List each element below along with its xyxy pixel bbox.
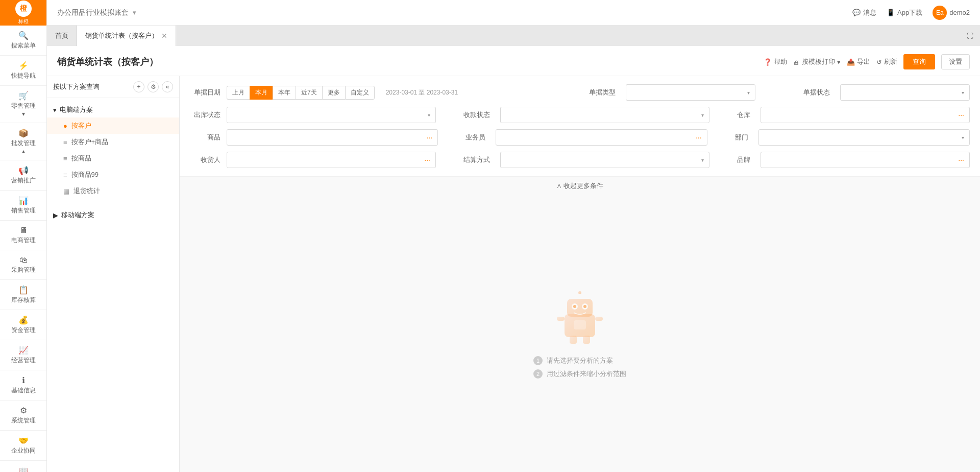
- sidebar-item-search-menu[interactable]: 🔍 搜索菜单: [0, 26, 46, 56]
- last-7-days-button[interactable]: 近7天: [296, 86, 322, 100]
- data-area: 1 请先选择要分析的方案 2 用过滤条件来缩小分析范围: [180, 195, 980, 472]
- settlement-control[interactable]: ▾: [500, 152, 709, 168]
- sidebar-item-purchase-mgmt[interactable]: 🛍 采购管理: [0, 250, 46, 280]
- product-dots-icon[interactable]: ···: [427, 133, 433, 141]
- finance-icon: 💰: [3, 315, 44, 325]
- sidebar-item-wholesale-mgmt[interactable]: 📦 批发管理 ▴: [0, 123, 46, 160]
- template-print-button[interactable]: 🖨 按模板打印 ▾: [793, 57, 841, 66]
- warehouse-dots-icon[interactable]: ···: [958, 111, 964, 119]
- tab-close-icon[interactable]: ✕: [161, 32, 167, 40]
- print-icon: 🖨: [793, 58, 800, 66]
- refresh-button[interactable]: ↺ 刷新: [876, 57, 897, 66]
- avatar-text: Ea: [936, 9, 944, 16]
- brand-control[interactable]: ···: [761, 152, 970, 168]
- scheme-item-by-customer[interactable]: ● 按客户: [47, 117, 179, 134]
- hint-1-text: 请先选择要分析的方案: [547, 356, 613, 365]
- sidebar-item-label: 企业协同: [3, 446, 44, 455]
- inventory-icon: 📋: [3, 285, 44, 295]
- sidebar-item-sales-mgmt[interactable]: 📊 销售管理: [0, 191, 46, 221]
- scheme-item-by-customer-product[interactable]: ≡ 按客户+商品: [47, 134, 179, 150]
- out-status-control[interactable]: ▾: [227, 107, 436, 123]
- empty-illustration: 1 请先选择要分析的方案 2 用过滤条件来缩小分析范围: [533, 289, 626, 379]
- filter-row-2: 出库状态 ▾ 收款状态 ▾ 仓库: [190, 107, 970, 123]
- scheme-section-desktop-title[interactable]: ▾ 电脑端方案: [47, 102, 179, 117]
- tab-expand-button[interactable]: ⛶: [960, 26, 980, 46]
- message-button[interactable]: 💬 消息: [852, 8, 876, 17]
- last-month-button[interactable]: 上月: [227, 86, 250, 100]
- settings-button[interactable]: 设置: [941, 54, 970, 69]
- list-icon: ≡: [63, 138, 67, 146]
- receipt-status-control[interactable]: ▾: [500, 107, 709, 123]
- help-button[interactable]: ❓ 帮助: [764, 57, 787, 66]
- scheme-section-mobile-title[interactable]: ▶ 移动端方案: [47, 207, 179, 223]
- sidebar-item-inventory-check[interactable]: 📋 库存核算: [0, 280, 46, 310]
- tab-sales-report[interactable]: 销货单统计表（按客户） ✕: [77, 26, 176, 46]
- department-label: 部门: [735, 133, 748, 142]
- tab-home[interactable]: 首页: [47, 26, 77, 46]
- salesperson-dots-icon[interactable]: ···: [696, 133, 702, 141]
- sidebar-item-basic-info[interactable]: ℹ 基础信息: [0, 370, 46, 400]
- sidebar-item-finance-mgmt[interactable]: 💰 资金管理: [0, 310, 46, 340]
- sidebar-item-ecommerce-mgmt[interactable]: 🖥 电商管理: [0, 221, 46, 250]
- logo-area[interactable]: 橙 标橙: [0, 0, 46, 26]
- doc-type-arrow-icon: ▾: [747, 90, 750, 96]
- current-year-button[interactable]: 本年: [273, 86, 296, 100]
- svg-point-7: [578, 291, 581, 294]
- empty-hint-2: 2 用过滤条件来缩小分析范围: [533, 369, 626, 379]
- sidebar-item-enterprise-collab[interactable]: 🤝 企业协同: [0, 431, 46, 461]
- doc-type-control[interactable]: ▾: [626, 84, 755, 101]
- sidebar-item-marketing[interactable]: 📢 营销推广: [0, 160, 46, 191]
- scheme-collapse-button[interactable]: «: [162, 81, 173, 92]
- section-arrow-right: ▶: [53, 211, 58, 219]
- recipient-dots-icon[interactable]: ···: [424, 156, 430, 164]
- header-right: 💬 消息 📱 App下载 Ea demo2: [852, 6, 970, 20]
- scheme-item-return-stats[interactable]: ▦ 退货统计: [47, 183, 179, 199]
- main-wrapper: 办公用品行业模拟账套 ▾ 💬 消息 📱 App下载 Ea demo2 首页: [47, 0, 980, 472]
- hint-1-number: 1: [533, 356, 543, 365]
- sidebar-item-system-mgmt[interactable]: ⚙ 系统管理: [0, 400, 46, 431]
- sales-icon: 📊: [3, 196, 44, 205]
- sidebar-item-operations-mgmt[interactable]: 📈 经营管理: [0, 340, 46, 370]
- basic-info-icon: ℹ: [3, 375, 44, 385]
- collapse-more-conditions[interactable]: ∧ 收起更多条件: [180, 177, 980, 195]
- scheme-settings-button[interactable]: ⚙: [148, 81, 159, 92]
- help-label: 帮助: [774, 57, 787, 66]
- product-control[interactable]: ···: [227, 129, 438, 146]
- wholesale-icon: 📦: [3, 128, 44, 138]
- header-left: 办公用品行业模拟账套 ▾: [57, 8, 136, 17]
- chevron-up-icon: ▴: [22, 148, 25, 155]
- brand-dots-icon[interactable]: ···: [958, 156, 964, 164]
- doc-status-control[interactable]: ▾: [840, 84, 970, 101]
- settlement-arrow-icon: ▾: [701, 157, 704, 163]
- quick-nav-icon: ⚡: [3, 61, 44, 70]
- current-month-button[interactable]: 本月: [250, 86, 273, 100]
- sidebar-item-label: 库存核算: [3, 296, 44, 304]
- export-button[interactable]: 📤 导出: [847, 57, 870, 66]
- warehouse-control[interactable]: ···: [761, 107, 970, 123]
- custom-date-button[interactable]: 自定义: [345, 86, 375, 100]
- receipt-status-arrow-icon: ▾: [701, 112, 704, 118]
- department-control[interactable]: ▾: [758, 129, 970, 146]
- sidebar-item-label: 零售管理: [3, 102, 44, 110]
- header-dropdown-arrow[interactable]: ▾: [133, 9, 136, 16]
- sidebar-item-quick-nav[interactable]: ⚡ 快捷导航: [0, 56, 46, 86]
- user-area[interactable]: Ea demo2: [933, 6, 970, 20]
- date-label: 单据日期: [190, 88, 220, 97]
- more-date-button[interactable]: 更多: [322, 86, 345, 100]
- query-button[interactable]: 查询: [903, 54, 935, 69]
- sidebar-item-new-guide[interactable]: 📖 新手引导: [0, 461, 46, 472]
- scheme-add-button[interactable]: +: [133, 81, 144, 92]
- app-download-button[interactable]: 📱 App下载: [887, 8, 922, 17]
- scheme-item-by-product-99[interactable]: ≡ 按商品99: [47, 167, 179, 183]
- section-title-label: 电脑端方案: [60, 105, 93, 114]
- salesperson-control[interactable]: ···: [496, 129, 707, 146]
- scheme-item-label: 按客户+商品: [71, 137, 109, 147]
- warehouse-label: 仓库: [737, 110, 750, 120]
- scheme-item-by-product[interactable]: ≡ 按商品: [47, 150, 179, 167]
- sidebar-item-retail-mgmt[interactable]: 🛒 零售管理 ▾: [0, 86, 46, 123]
- empty-hints: 1 请先选择要分析的方案 2 用过滤条件来缩小分析范围: [533, 356, 626, 379]
- svg-rect-10: [570, 336, 577, 344]
- recipient-control[interactable]: ···: [227, 152, 436, 168]
- download-icon: 📱: [887, 9, 895, 16]
- scheme-section-mobile: ▶ 移动端方案: [47, 203, 179, 227]
